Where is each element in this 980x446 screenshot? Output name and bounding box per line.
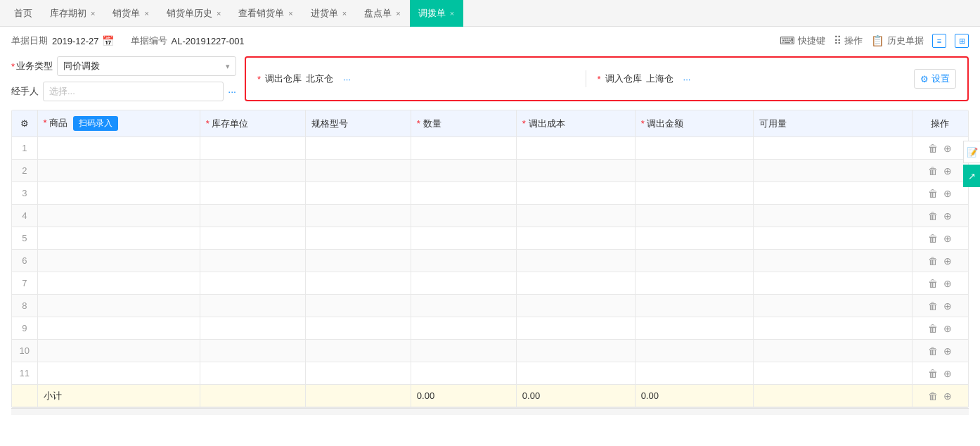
row-unit[interactable] <box>200 295 305 317</box>
row-qty[interactable] <box>411 295 516 317</box>
row-unit[interactable] <box>200 340 305 362</box>
tab-sales-history[interactable]: 销货单历史 × <box>158 0 230 27</box>
row-qty[interactable] <box>411 160 516 182</box>
row-product[interactable] <box>37 160 200 182</box>
copy-icon[interactable]: ⊕ <box>943 278 952 289</box>
layout-list-btn[interactable]: ≡ <box>932 34 946 48</box>
row-qty[interactable] <box>411 340 516 362</box>
tab-close-transfer-order[interactable]: × <box>450 9 454 18</box>
row-unit[interactable] <box>200 137 305 160</box>
row-qty[interactable] <box>411 205 516 227</box>
tab-close-purchase-order[interactable]: × <box>342 9 347 18</box>
biz-type-select[interactable]: 同价调拨 ▾ <box>57 56 236 76</box>
delete-icon[interactable]: 🗑 <box>928 165 938 177</box>
tab-sales-order[interactable]: 销货单 × <box>104 0 157 27</box>
copy-icon[interactable]: ⊕ <box>943 188 952 199</box>
row-available-qty[interactable] <box>754 227 912 250</box>
row-transfer-cost[interactable] <box>516 227 635 250</box>
row-available-qty[interactable] <box>754 250 912 272</box>
row-transfer-cost[interactable] <box>516 205 635 227</box>
tab-close-view-sales[interactable]: × <box>288 9 292 18</box>
row-qty[interactable] <box>411 362 516 385</box>
ops-btn[interactable]: ⠿ 操作 <box>834 34 863 47</box>
row-unit[interactable] <box>200 272 305 295</box>
tab-close-sales-order[interactable]: × <box>144 9 148 18</box>
row-product[interactable] <box>37 182 200 205</box>
row-transfer-amount[interactable] <box>635 317 754 340</box>
row-transfer-cost[interactable] <box>516 160 635 182</box>
copy-icon[interactable]: ⊕ <box>943 210 952 222</box>
row-spec[interactable] <box>305 205 411 227</box>
row-unit[interactable] <box>200 362 305 385</box>
row-available-qty[interactable] <box>754 317 912 340</box>
row-transfer-amount[interactable] <box>635 227 754 250</box>
tab-purchase-order[interactable]: 进货单 × <box>302 0 356 27</box>
row-qty[interactable] <box>411 272 516 295</box>
copy-icon[interactable]: ⊕ <box>943 143 952 154</box>
row-spec[interactable] <box>305 227 411 250</box>
layout-grid-btn[interactable]: ⊞ <box>955 34 969 48</box>
scan-btn[interactable]: 扫码录入 <box>73 116 118 131</box>
tab-close-inventory-init[interactable]: × <box>91 9 95 18</box>
row-transfer-cost[interactable] <box>516 340 635 362</box>
row-transfer-amount[interactable] <box>635 295 754 317</box>
delete-icon[interactable]: 🗑 <box>928 188 938 199</box>
row-spec[interactable] <box>305 317 411 340</box>
row-transfer-cost[interactable] <box>516 250 635 272</box>
row-qty[interactable] <box>411 227 516 250</box>
row-unit[interactable] <box>200 317 305 340</box>
row-spec[interactable] <box>305 362 411 385</box>
copy-icon[interactable]: ⊕ <box>943 165 952 177</box>
row-spec[interactable] <box>305 250 411 272</box>
row-product[interactable] <box>37 137 200 160</box>
tab-close-inventory-check[interactable]: × <box>396 9 400 18</box>
row-transfer-cost[interactable] <box>516 137 635 160</box>
row-available-qty[interactable] <box>754 205 912 227</box>
row-spec[interactable] <box>305 272 411 295</box>
handler-select[interactable]: 选择... <box>43 82 224 101</box>
row-product[interactable] <box>37 340 200 362</box>
row-transfer-amount[interactable] <box>635 250 754 272</box>
row-product[interactable] <box>37 362 200 385</box>
tab-home[interactable]: 首页 <box>6 0 41 27</box>
handler-more-btn[interactable]: ··· <box>228 86 236 97</box>
subtotal-delete-icon[interactable]: 🗑 <box>928 390 938 402</box>
row-available-qty[interactable] <box>754 362 912 385</box>
row-transfer-amount[interactable] <box>635 272 754 295</box>
row-product[interactable] <box>37 205 200 227</box>
row-transfer-amount[interactable] <box>635 205 754 227</box>
row-spec[interactable] <box>305 182 411 205</box>
expand-btn[interactable]: ↗ <box>963 165 980 187</box>
row-product[interactable] <box>37 317 200 340</box>
copy-icon[interactable]: ⊕ <box>943 345 952 357</box>
row-product[interactable] <box>37 227 200 250</box>
settings-btn[interactable]: ⚙ 设置 <box>914 69 956 89</box>
row-transfer-cost[interactable] <box>516 272 635 295</box>
delete-icon[interactable]: 🗑 <box>928 210 938 222</box>
row-qty[interactable] <box>411 137 516 160</box>
row-transfer-amount[interactable] <box>635 137 754 160</box>
shortcut-btn[interactable]: ⌨ 快捷键 <box>780 34 825 47</box>
copy-icon[interactable]: ⊕ <box>943 323 952 334</box>
subtotal-copy-icon[interactable]: ⊕ <box>943 390 952 402</box>
row-unit[interactable] <box>200 182 305 205</box>
copy-icon[interactable]: ⊕ <box>943 233 952 244</box>
calendar-icon[interactable]: 📅 <box>102 35 114 46</box>
note-btn[interactable]: 📝 <box>963 141 980 163</box>
row-qty[interactable] <box>411 182 516 205</box>
row-transfer-cost[interactable] <box>516 362 635 385</box>
tab-inventory-check[interactable]: 盘点单 × <box>356 0 409 27</box>
copy-icon[interactable]: ⊕ <box>943 368 952 379</box>
row-spec[interactable] <box>305 137 411 160</box>
row-transfer-cost[interactable] <box>516 295 635 317</box>
scroll-bar[interactable] <box>11 408 969 415</box>
row-transfer-amount[interactable] <box>635 160 754 182</box>
row-unit[interactable] <box>200 227 305 250</box>
row-spec[interactable] <box>305 160 411 182</box>
tab-view-sales[interactable]: 查看销货单 × <box>230 0 302 27</box>
row-product[interactable] <box>37 250 200 272</box>
delete-icon[interactable]: 🗑 <box>928 255 938 267</box>
in-warehouse-more-btn[interactable]: ··· <box>683 74 691 84</box>
row-spec[interactable] <box>305 295 411 317</box>
tab-close-sales-history[interactable]: × <box>217 9 221 18</box>
